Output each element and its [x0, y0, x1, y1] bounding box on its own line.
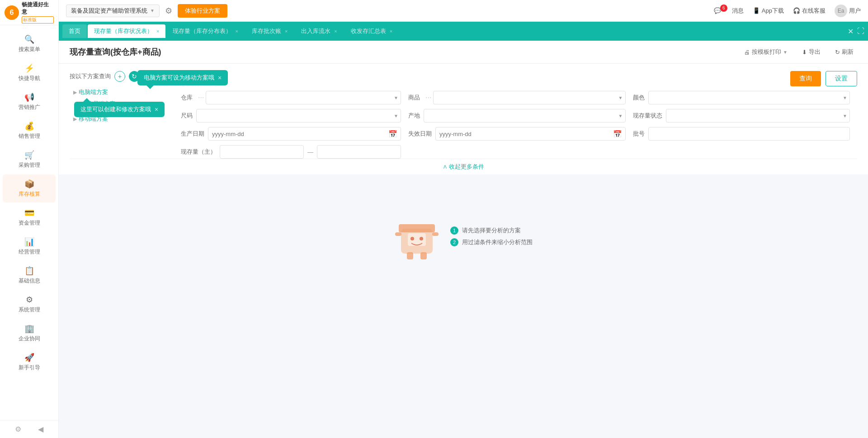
- sidebar-item-quick-nav[interactable]: ⚡ 快捷导航: [3, 59, 56, 87]
- scheme-tree-pc[interactable]: ▶ 电脑端方案: [70, 86, 174, 98]
- sidebar-item-inventory[interactable]: 📦 库存核算: [3, 174, 56, 203]
- warehouse-dots[interactable]: ···: [198, 94, 204, 102]
- experience-button[interactable]: 体验行业方案: [178, 4, 227, 18]
- sidebar-item-label: 库存核算: [19, 190, 40, 198]
- batch-input[interactable]: [648, 127, 850, 141]
- sidebar-item-guide[interactable]: 🚀 新手引导: [3, 348, 56, 376]
- empty-steps: 1 请先选择要分析的方案 2 用过滤条件来缩小分析范围: [450, 226, 533, 246]
- sidebar-item-search-menu[interactable]: 🔍 搜索菜单: [3, 30, 56, 58]
- tab-home[interactable]: 首页: [62, 24, 87, 38]
- tooltip1-close[interactable]: ×: [218, 74, 222, 81]
- online-support-item[interactable]: 🎧 在线客服: [793, 7, 826, 15]
- step-1-num: 1: [450, 226, 458, 235]
- sidebar-item-sales[interactable]: 💰 销售管理: [3, 117, 56, 145]
- sidebar-item-purchase[interactable]: 🛒 采购管理: [3, 146, 56, 174]
- tab-flow[interactable]: 出入库流水 ×: [295, 24, 343, 38]
- collapse-icon: ∧: [443, 163, 448, 170]
- warehouse-select[interactable]: [206, 91, 401, 104]
- reset-button[interactable]: 设置: [826, 71, 857, 86]
- sidebar-item-base[interactable]: 📋 基础信息: [3, 261, 56, 289]
- tab-inventory-dist-close[interactable]: ×: [235, 28, 238, 34]
- enterprise-icon: 🏢: [24, 324, 34, 334]
- collapse-label: 收起更多条件: [449, 163, 484, 170]
- app-download-item[interactable]: 📱 App下载: [753, 7, 784, 15]
- size-select[interactable]: [196, 109, 401, 122]
- messages-item[interactable]: 💬 6 消息: [714, 7, 744, 15]
- search-button[interactable]: 查询: [790, 71, 821, 86]
- sidebar-item-business[interactable]: 📊 经营管理: [3, 232, 56, 260]
- production-date-calendar-icon[interactable]: 📅: [388, 130, 397, 138]
- tooltip2-close[interactable]: ×: [155, 106, 158, 113]
- sidebar-item-label: 企业协同: [19, 335, 40, 343]
- print-icon: 🖨: [744, 49, 750, 56]
- tab-batch-account[interactable]: 库存批次账 ×: [245, 24, 294, 38]
- sidebar-item-system[interactable]: ⚙ 系统管理: [3, 290, 56, 318]
- tab-collect-summary-close[interactable]: ×: [390, 28, 392, 34]
- filter-label: 按以下方案查询: [70, 72, 111, 80]
- svg-rect-1: [399, 224, 435, 232]
- avatar: Ea: [835, 5, 847, 17]
- sidebar-item-label: 搜索菜单: [19, 46, 40, 53]
- step-2-num: 2: [450, 238, 458, 246]
- base-icon: 📋: [24, 266, 34, 276]
- refresh-button[interactable]: ↻ 刷新: [831, 46, 857, 58]
- user-item[interactable]: Ea 用户: [835, 5, 861, 17]
- svg-rect-7: [407, 252, 413, 259]
- filter-left: 按以下方案查询 + ↻ « 电脑方案可设为移动方案哦 ×: [70, 71, 174, 125]
- tabbar-close-all-icon[interactable]: ✕: [848, 27, 854, 36]
- sidebar-item-finance[interactable]: 💳 资金管理: [3, 203, 56, 231]
- tab-flow-label: 出入库流水: [301, 27, 330, 35]
- expiry-date-input[interactable]: [435, 127, 626, 141]
- page-header: 现存量查询(按仓库+商品) 🖨 按模板打印 ▼ ⬇ 导出 ↻ 刷新: [59, 41, 868, 64]
- color-field: 颜色 ▼: [633, 91, 858, 104]
- tab-inventory-dist[interactable]: 现存量（库存分布表） ×: [166, 24, 244, 38]
- stock-main-min[interactable]: [220, 145, 304, 159]
- empty-step-1: 1 请先选择要分析的方案: [450, 226, 533, 235]
- tab-inventory-status[interactable]: 现存量（库存状况表） ×: [88, 24, 165, 38]
- app-logo: 6 畅捷通好生意 标准版: [0, 0, 58, 25]
- product-dots[interactable]: ···: [425, 94, 431, 102]
- logo-text: 畅捷通好生意: [22, 1, 54, 15]
- sidebar-item-label: 经营管理: [19, 248, 40, 256]
- sidebar-item-label: 采购管理: [19, 161, 40, 169]
- warehouse-field: 仓库 ··· ▼: [181, 91, 408, 104]
- sidebar-item-label: 系统管理: [19, 306, 40, 314]
- business-icon: 📊: [24, 237, 34, 247]
- tab-collect-summary[interactable]: 收发存汇总表 ×: [344, 24, 399, 38]
- stock-status-select[interactable]: [666, 109, 850, 122]
- sidebar-item-marketing[interactable]: 📢 营销推广: [3, 88, 56, 116]
- sidebar-settings-icon[interactable]: ⚙: [15, 425, 21, 433]
- sidebar-item-enterprise[interactable]: 🏢 企业协同: [3, 319, 56, 347]
- expiry-date-label: 失效日期: [408, 130, 432, 138]
- refresh-icon: ↻: [835, 49, 840, 56]
- print-button[interactable]: 🖨 按模板打印 ▼: [741, 46, 791, 58]
- page-content: 现存量查询(按仓库+商品) 🖨 按模板打印 ▼ ⬇ 导出 ↻ 刷新: [59, 41, 868, 438]
- arrow-icon: ▶: [73, 89, 77, 95]
- svg-point-4: [420, 237, 423, 240]
- tab-flow-close[interactable]: ×: [334, 28, 337, 34]
- stock-main-max[interactable]: [317, 145, 401, 159]
- origin-select[interactable]: [424, 109, 626, 122]
- topbar: 装备及固定资产辅助管理系统 ▼ ⚙ 体验行业方案 💬 6 消息 📱 App下载 …: [59, 0, 868, 22]
- empty-state: 1 请先选择要分析的方案 2 用过滤条件来缩小分析范围: [59, 174, 868, 298]
- export-button[interactable]: ⬇ 导出: [798, 46, 824, 58]
- app-download-label: App下载: [762, 7, 784, 15]
- color-select[interactable]: [648, 91, 850, 104]
- sidebar-collapse-icon[interactable]: ◀: [38, 425, 43, 433]
- tab-inventory-status-close[interactable]: ×: [156, 28, 159, 34]
- topbar-settings-icon[interactable]: ⚙: [165, 6, 172, 16]
- expiry-date-calendar-icon[interactable]: 📅: [613, 130, 622, 138]
- guide-icon: 🚀: [24, 353, 34, 363]
- step-2-text: 用过滤条件来缩小分析范围: [462, 238, 533, 246]
- svg-rect-5: [395, 232, 401, 236]
- production-date-input[interactable]: [208, 127, 401, 141]
- collapse-bar[interactable]: ∧ 收起更多条件: [70, 159, 857, 174]
- add-scheme-button[interactable]: +: [114, 71, 125, 82]
- tabbar-fullscreen-icon[interactable]: ⛶: [857, 27, 864, 35]
- tab-home-label: 首页: [69, 27, 80, 35]
- filter-right: 查询 设置 仓库 ··· ▼: [174, 71, 857, 159]
- product-select[interactable]: [433, 91, 625, 104]
- expiry-date-field: 失效日期 📅: [408, 127, 633, 141]
- system-selector[interactable]: 装备及固定资产辅助管理系统 ▼: [66, 5, 160, 17]
- tab-batch-account-close[interactable]: ×: [285, 28, 288, 34]
